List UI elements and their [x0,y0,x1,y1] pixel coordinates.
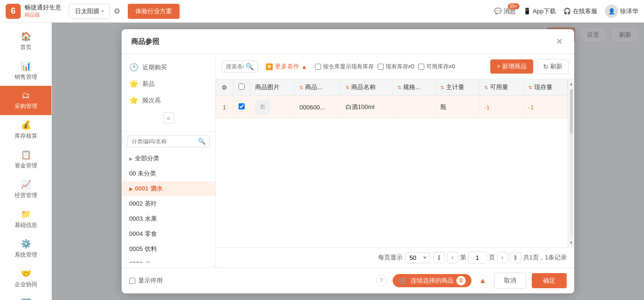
product-search-input[interactable] [226,63,244,70]
nonzero-available-checkbox[interactable] [418,64,424,70]
cancel-button[interactable]: 取消 [494,273,526,289]
warehouse-stock-label: 按仓库显示现有库存 [323,63,374,71]
nav-recent-purchase-label: 近期购买 [142,63,167,72]
row-checkbox[interactable] [239,103,245,109]
category-item-drinks[interactable]: 0005 饮料 [122,242,215,257]
confirm-button[interactable]: 确定 [532,273,567,288]
sidebar-item-enterprise[interactable]: 🤝 企业协同 [0,264,51,293]
next-page-button[interactable]: › [497,252,508,263]
sidebar-item-inventory[interactable]: 💰 库存核算 [0,115,51,145]
category-item-water[interactable]: 0008 水 [122,257,215,263]
avatar: 👤 [605,5,618,18]
scroll-track [570,89,573,237]
category-item-snacks[interactable]: 0004 零食 [122,226,215,242]
category-label-drinks: 0005 饮料 [129,245,157,253]
nav-recent-purchase[interactable]: 🕐 近期购买 [122,59,215,75]
basic-info-icon: 📁 [21,209,31,219]
sidebar-item-operations[interactable]: 📈 经营管理 [0,175,51,204]
cell-checkbox[interactable] [233,96,250,119]
table-wrap: ⚙ 商品图片 ⇅ [216,79,568,247]
warehouse-stock-filter[interactable]: 按仓库显示现有库存 [315,63,374,71]
show-disabled-label: 显示停用 [138,276,163,285]
category-search-icon[interactable]: 🔍 [198,138,206,145]
category-item-tea[interactable]: 0002 茶叶 [122,196,215,211]
finance-icon: 📋 [21,150,31,160]
sidebar-item-home[interactable]: 🏠 首页 [0,26,51,56]
app-download-button[interactable]: 📱 App下载 [523,7,556,16]
category-item-fruit[interactable]: 0003 水果 [122,211,215,226]
sidebar-item-sales[interactable]: 📊 销售管理 [0,56,51,86]
scroll-down-button[interactable]: ▼ [569,239,574,246]
online-service-button[interactable]: 🎧 在线客服 [563,7,597,16]
category-label-liquor: 0001 酒水 [135,184,163,193]
show-disabled-checkbox[interactable] [129,278,135,284]
modal-left-panel: 🕐 近期购买 🌟 新品 ⭐ 频次高 « [122,54,216,267]
scroll-up-button[interactable]: ▲ [569,80,574,87]
per-page-select[interactable]: 50 100 200 [405,252,430,263]
category-expand-icon: ▶ [129,156,133,161]
inventory-icon: 💰 [21,120,31,130]
category-item-uncategorized[interactable]: 00 未分类 [122,166,215,181]
help-button[interactable]: ? [376,275,387,286]
nonzero-stock-filter[interactable]: 现有库存≠0 [378,63,414,71]
page-content: 查询 设置 刷新 商品参照 ✕ 🕐 近期购买 [52,23,644,300]
store-name: 日太阳膜 [75,7,99,16]
app-download-label: App下载 [533,7,556,16]
sidebar-item-system[interactable]: ⚙️ 系统管理 [0,234,51,264]
top-navigation: 6 畅捷通好生意 精品版 日太阳膜 ▾ ⚙ 体验行业方案 💬 消息 99+ 📱 … [0,0,644,23]
newbie-icon: 🆕 [21,298,31,300]
first-page-button[interactable]: ⟪ [434,252,445,263]
th-unit[interactable]: ⇅ 主计量 [435,79,479,96]
user-menu[interactable]: 👤 徐泽华 [605,5,638,18]
th-code[interactable]: ⇅ 商品... [295,79,341,96]
th-name[interactable]: ⇅ 商品名称 [340,79,392,96]
settings-icon[interactable]: ⚙ [110,4,124,18]
cart-label: 连续选择的商品 [411,276,454,285]
th-spec-label: 规格... [403,83,421,92]
message-button[interactable]: 💬 消息 99+ [494,7,516,16]
sidebar-item-newbie[interactable]: 🆕 新手引导 [0,293,51,300]
trial-button[interactable]: 体验行业方案 [128,4,180,19]
nonzero-available-filter[interactable]: 可用库存≠0 [418,63,455,71]
sidebar-item-purchasing[interactable]: 🗂 采购管理 [0,86,51,115]
category-item-liquor[interactable]: ▶ 0001 酒水 [122,181,215,196]
add-product-button[interactable]: + 新增商品 [490,59,533,74]
select-all-checkbox[interactable] [239,83,245,90]
system-icon: ⚙️ [21,239,31,249]
collapse-left-button[interactable]: « [163,112,174,124]
sidebar-item-finance[interactable]: 📋 资金管理 [0,145,51,175]
category-item-all[interactable]: ▶ 全部分类 [122,151,215,166]
show-disabled-toggle[interactable]: 显示停用 [129,276,163,285]
nav-new-products[interactable]: 🌟 新品 [122,75,215,92]
scroll-thumb [570,89,573,133]
warehouse-stock-checkbox[interactable] [315,64,321,70]
sidebar-label-basic-info: 基础信息 [15,221,37,229]
stock-value: -1 [528,104,534,111]
cart-collapse-button[interactable]: ▲ [477,275,488,286]
logo-text: 畅捷通好生意 [25,4,61,12]
nav-high-frequency[interactable]: ⭐ 频次高 [122,92,215,108]
prev-page-button[interactable]: ‹ [447,252,458,263]
filter-arrow-icon: ▲ [301,63,307,70]
sidebar-item-basic-info[interactable]: 📁 基础信息 [0,204,51,234]
more-filter-button[interactable]: 🔽 更多条件 ▲ [262,60,311,73]
page-number-input[interactable] [468,251,487,264]
last-page-button[interactable]: ⟫ [510,252,521,263]
modal-close-button[interactable]: ✕ [553,36,565,47]
th-available[interactable]: ⇅ 可用量 [479,79,523,96]
store-selector[interactable]: 日太阳膜 ▾ [69,4,110,19]
table-row[interactable]: 1 图 000600... 白酒100ml [216,96,568,119]
th-stock[interactable]: ⇅ 现存量 [523,79,567,96]
phone-icon: 📱 [523,8,531,15]
modal-toolbar: 🔍 🔽 更多条件 ▲ 按仓库显示现有库存 [216,54,574,79]
selector-arrow-icon: ▾ [101,8,104,14]
nonzero-stock-checkbox[interactable] [378,64,384,70]
freq-icon: ⭐ [129,96,139,105]
table-vertical-scrollbar[interactable]: ▲ ▼ [568,79,574,247]
product-search-icon[interactable]: 🔍 [246,63,254,70]
category-search-input[interactable] [132,138,196,145]
sidebar-label-home: 首页 [20,43,32,51]
refresh-button[interactable]: ↻ 刷新 [537,59,569,74]
th-spec[interactable]: ⇅ 规格... [393,79,436,96]
th-settings[interactable]: ⚙ [216,79,233,96]
